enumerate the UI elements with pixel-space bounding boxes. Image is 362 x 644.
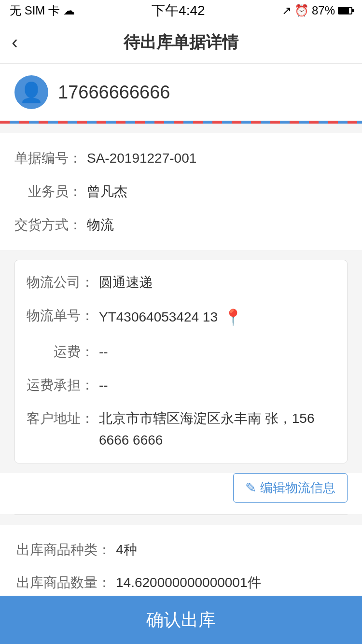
doc-no-label: 单据编号： bbox=[14, 148, 82, 169]
company-row: 物流公司： 圆通速递 bbox=[27, 272, 335, 294]
tracking-label: 物流单号： bbox=[27, 305, 94, 327]
avatar: 👤 bbox=[14, 75, 48, 109]
nav-bar: ‹ 待出库单据详情 bbox=[0, 21, 362, 64]
status-right: ↗ ⏰ 87% bbox=[282, 4, 352, 17]
goods-qty-label: 出库商品数量： bbox=[14, 572, 111, 594]
status-bar: 无 SIM 卡 ☁ 下午4:42 ↗ ⏰ 87% bbox=[0, 0, 362, 21]
freight-bearer-row: 运费承担： -- bbox=[27, 375, 335, 396]
confirm-area: 确认出库 bbox=[0, 596, 362, 644]
alarm-icon: ⏰ bbox=[294, 4, 309, 17]
tracking-row: 物流单号： YT43064053424 13 📍 bbox=[27, 305, 335, 330]
address-value: 北京市市辖区海淀区永丰南 张，156 6666 6666 bbox=[99, 408, 335, 451]
customer-header: 👤 17666666666 bbox=[0, 64, 362, 121]
logistics-section: 物流公司： 圆通速递 物流单号： YT43064053424 13 📍 运费： … bbox=[14, 260, 348, 463]
delivery-label: 交货方式： bbox=[14, 214, 82, 236]
doc-no-row: 单据编号： SA-20191227-001 bbox=[14, 148, 348, 169]
tracking-value: YT43064053424 13 📍 bbox=[99, 305, 335, 330]
dashed-divider bbox=[0, 121, 362, 124]
battery-icon bbox=[338, 7, 352, 14]
goods-qty-value: 14.620000000000001件 bbox=[116, 572, 348, 594]
doc-no-value: SA-20191227-001 bbox=[87, 148, 348, 169]
edit-logistics-button[interactable]: ✎ 编辑物流信息 bbox=[233, 473, 348, 503]
sales-label: 业务员： bbox=[14, 181, 82, 203]
page-title: 待出库单据详情 bbox=[124, 31, 238, 54]
address-row: 客户地址： 北京市市辖区海淀区永丰南 张，156 6666 6666 bbox=[27, 408, 335, 451]
status-left: 无 SIM 卡 ☁ bbox=[10, 3, 75, 18]
freight-label: 运费： bbox=[27, 341, 94, 363]
user-icon: 👤 bbox=[19, 81, 43, 104]
location-icon[interactable]: 📍 bbox=[223, 305, 243, 330]
edit-logistics-row: ✎ 编辑物流信息 bbox=[0, 473, 362, 514]
company-label: 物流公司： bbox=[27, 272, 94, 294]
sim-wifi-label: 无 SIM 卡 ☁ bbox=[10, 3, 75, 18]
delivery-value: 物流 bbox=[87, 214, 348, 236]
tracking-number: YT43064053424 13 bbox=[99, 307, 218, 328]
back-button[interactable]: ‹ bbox=[12, 31, 18, 53]
edit-icon: ✎ bbox=[245, 480, 256, 496]
customer-phone: 17666666666 bbox=[58, 82, 170, 103]
basic-info-section: 单据编号： SA-20191227-001 业务员： 曾凡杰 交货方式： 物流 bbox=[0, 133, 362, 250]
status-time: 下午4:42 bbox=[152, 1, 205, 20]
freight-bearer-value: -- bbox=[99, 375, 335, 396]
sales-value: 曾凡杰 bbox=[87, 181, 348, 203]
freight-value: -- bbox=[99, 341, 335, 363]
goods-type-row: 出库商品种类： 4种 bbox=[14, 539, 348, 561]
freight-bearer-label: 运费承担： bbox=[27, 375, 94, 396]
goods-qty-row: 出库商品数量： 14.620000000000001件 bbox=[14, 572, 348, 594]
address-label: 客户地址： bbox=[27, 408, 94, 430]
freight-row: 运费： -- bbox=[27, 341, 335, 363]
delivery-row: 交货方式： 物流 bbox=[14, 214, 348, 236]
sales-row: 业务员： 曾凡杰 bbox=[14, 181, 348, 203]
section-separator-1 bbox=[14, 514, 348, 515]
confirm-outbound-button[interactable]: 确认出库 bbox=[0, 596, 362, 644]
goods-type-value: 4种 bbox=[116, 539, 348, 561]
location-status-icon: ↗ bbox=[282, 4, 292, 17]
goods-type-label: 出库商品种类： bbox=[14, 539, 111, 561]
battery-label: 87% bbox=[312, 4, 335, 17]
edit-logistics-label: 编辑物流信息 bbox=[260, 479, 335, 496]
company-value: 圆通速递 bbox=[99, 272, 335, 294]
